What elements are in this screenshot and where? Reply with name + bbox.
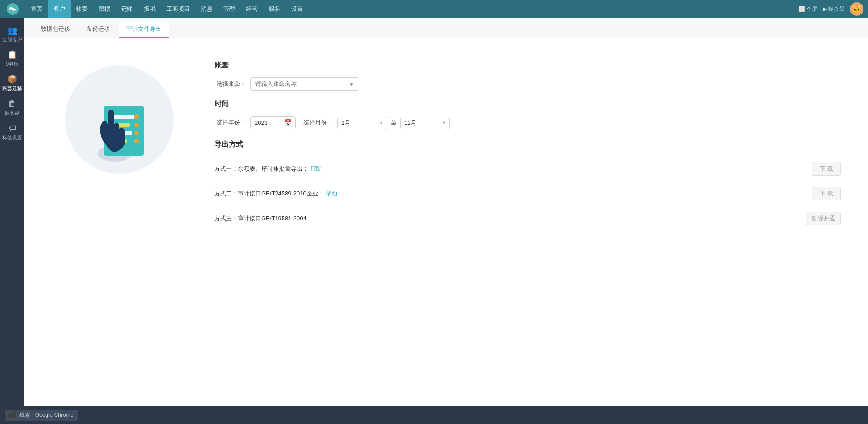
taskbar-item-label: 线索 - Google Chrome <box>19 411 73 419</box>
page-content: 账套 选择账套： ▼ 时间 选择年份： 2023 📅 选择月份 <box>24 38 868 406</box>
chrome-icon: ⬛ <box>9 411 17 419</box>
top-navigation: 首页 客户 收费 票据 记账 报税 工商项目 消息 管理 经营 服务 设置 ⬜ … <box>0 0 868 18</box>
account-migrate-icon: 📦 <box>7 74 17 84</box>
recycle-icon: 🗑 <box>7 99 17 109</box>
export-method-1-label: 方式一：余额表、序时账批量导出： 帮助 <box>214 165 322 173</box>
nav-billing[interactable]: 收费 <box>71 0 93 18</box>
end-month-wrapper: 1月2月3月4月 5月6月7月8月 9月10月11月12月 <box>400 117 450 129</box>
export-method-3-coming-soon-button: 暂缓开通 <box>806 212 841 225</box>
nav-operation[interactable]: 经营 <box>241 0 263 18</box>
export-method-3: 方式三：审计接口GB/T19581-2004 暂缓开通 <box>214 206 841 231</box>
nav-tax[interactable]: 报税 <box>138 0 161 18</box>
start-month-select[interactable]: 1月2月3月4月 5月6月7月8月 9月10月11月12月 <box>337 117 387 129</box>
tab-audit-export[interactable]: 审计文件导出 <box>119 21 169 38</box>
start-month-wrapper: 1月2月3月4月 5月6月7月8月 9月10月11月12月 <box>337 117 387 129</box>
svg-point-11 <box>134 139 139 143</box>
illustration-area <box>52 56 187 388</box>
time-form-row: 选择年份： 2023 📅 选择月份： 1月2月3月4月 5月6月7月8月 9月1… <box>214 116 841 129</box>
account-select-input[interactable]: ▼ <box>250 77 359 91</box>
sidebar-item-account-migrate[interactable]: 📦 账套迁移 <box>0 71 24 95</box>
fullscreen-button[interactable]: ⬜ 全屏 <box>798 5 817 13</box>
export-method-2: 方式二：审计接口GB/T24589-2010企业： 帮助 下 载 <box>214 181 841 206</box>
all-customers-icon: 👥 <box>7 25 17 35</box>
sidebar-item-recycle[interactable]: 🗑 回收站 <box>0 95 24 120</box>
end-month-select[interactable]: 1月2月3月4月 5月6月7月8月 9月10月11月12月 <box>400 117 450 129</box>
nav-business[interactable]: 工商项目 <box>161 0 195 18</box>
sidebar-account-migrate-label: 账套迁移 <box>2 86 22 91</box>
calendar-icon: 📅 <box>284 119 292 126</box>
export-method-2-download-button[interactable]: 下 载 <box>812 187 841 200</box>
content-area: 数据包迁移 备份迁移 审计文件导出 <box>24 18 868 406</box>
tab-data-migration[interactable]: 数据包迁移 <box>33 21 77 38</box>
sidebar-item-tag-settings[interactable]: 🏷 标签设置 <box>0 120 24 144</box>
to-label: 至 <box>391 119 396 127</box>
export-section-title: 导出方式 <box>214 140 841 149</box>
month-label: 选择月份： <box>301 119 333 127</box>
svg-point-1 <box>11 8 14 10</box>
sidebar-item-zero-declare[interactable]: 📋 0申报 <box>0 46 24 71</box>
user-avatar[interactable]: 🐱 <box>850 2 863 16</box>
nav-invoice[interactable]: 票据 <box>93 0 116 18</box>
export-method-1-help-link[interactable]: 帮助 <box>310 165 322 172</box>
account-label: 选择账套： <box>214 80 246 88</box>
taskbar: ⬛ 线索 - Google Chrome <box>0 406 868 424</box>
main-layout: 👥 全部客户 📋 0申报 📦 账套迁移 🗑 回收站 🏷 标签设置 数据包迁移 备… <box>0 18 868 406</box>
account-dropdown-icon: ▼ <box>349 81 354 87</box>
year-value: 2023 <box>255 119 268 126</box>
account-search-field[interactable] <box>255 81 349 87</box>
export-method-2-help-link[interactable]: 帮助 <box>326 190 337 197</box>
nav-home[interactable]: 首页 <box>25 0 48 18</box>
vip-button[interactable]: ▶ 畅会员 <box>823 5 844 13</box>
sidebar-tag-settings-label: 标签设置 <box>2 135 22 141</box>
nav-bookkeeping[interactable]: 记账 <box>116 0 138 18</box>
form-area: 账套 选择账套： ▼ 时间 选择年份： 2023 📅 选择月份 <box>187 56 841 388</box>
export-section: 导出方式 方式一：余额表、序时账批量导出： 帮助 下 载 方式二：审计接口GB/… <box>214 140 841 231</box>
nav-message[interactable]: 消息 <box>195 0 218 18</box>
svg-point-10 <box>134 131 139 135</box>
time-section-title: 时间 <box>214 100 841 109</box>
taskbar-chrome-item[interactable]: ⬛ 线索 - Google Chrome <box>5 410 78 421</box>
nav-items: 首页 客户 收费 票据 记账 报税 工商项目 消息 管理 经营 服务 设置 <box>25 0 798 18</box>
nav-right-area: ⬜ 全屏 ▶ 畅会员 🐱 <box>798 2 863 16</box>
year-input[interactable]: 2023 📅 <box>250 116 296 129</box>
illustration-circle <box>65 65 174 174</box>
nav-settings[interactable]: 设置 <box>286 0 308 18</box>
export-method-2-label: 方式二：审计接口GB/T24589-2010企业： 帮助 <box>214 190 337 198</box>
tab-backup-migration[interactable]: 备份迁移 <box>79 21 117 38</box>
export-method-3-label: 方式三：审计接口GB/T19581-2004 <box>214 214 307 223</box>
sidebar-zero-declare-label: 0申报 <box>6 61 19 67</box>
nav-service[interactable]: 服务 <box>263 0 286 18</box>
audit-illustration <box>79 74 160 165</box>
tab-bar: 数据包迁移 备份迁移 审计文件导出 <box>24 18 868 38</box>
zero-declare-icon: 📋 <box>7 50 17 60</box>
sidebar-recycle-label: 回收站 <box>5 110 20 116</box>
nav-customer[interactable]: 客户 <box>48 0 71 18</box>
sidebar-all-customers-label: 全部客户 <box>2 37 22 43</box>
account-section-title: 账套 <box>214 61 841 70</box>
export-method-1: 方式一：余额表、序时账批量导出： 帮助 下 载 <box>214 157 841 181</box>
account-form-row: 选择账套： ▼ <box>214 77 841 91</box>
year-label: 选择年份： <box>214 119 246 127</box>
svg-point-8 <box>134 114 139 119</box>
left-sidebar: 👥 全部客户 📋 0申报 📦 账套迁移 🗑 回收站 🏷 标签设置 <box>0 18 24 406</box>
sidebar-item-all-customers[interactable]: 👥 全部客户 <box>0 22 24 46</box>
app-logo <box>5 1 21 17</box>
tag-settings-icon: 🏷 <box>7 124 17 133</box>
export-method-1-download-button[interactable]: 下 载 <box>812 162 841 176</box>
nav-manage[interactable]: 管理 <box>218 0 241 18</box>
svg-point-9 <box>134 123 139 127</box>
